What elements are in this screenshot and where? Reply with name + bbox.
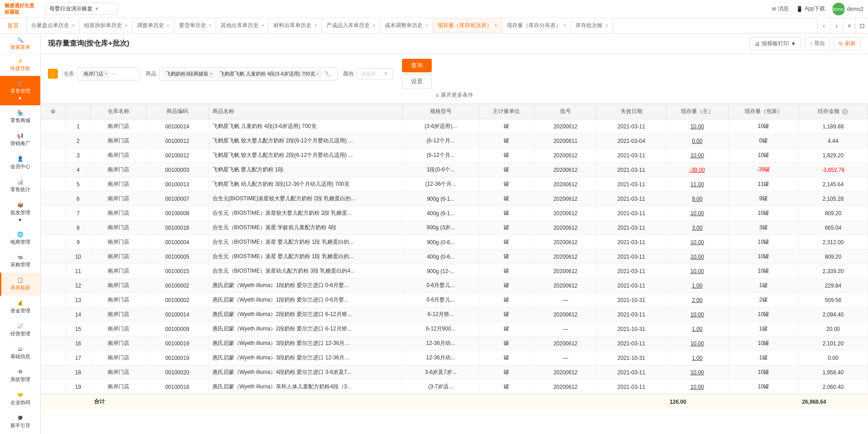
sidebar-item-system[interactable]: ⚙ 系统管理 [0, 364, 40, 387]
tab-close-disassembly[interactable]: × [125, 23, 127, 28]
row-setting[interactable] [41, 163, 66, 177]
sidebar-quick-nav[interactable]: ⚡ 快捷导航 [0, 55, 40, 76]
row-qty-main[interactable]: 10.00 [666, 264, 728, 278]
row-setting[interactable] [41, 264, 66, 278]
row-setting[interactable] [41, 148, 66, 163]
sidebar-item-finance[interactable]: 💰 资金管理 [0, 296, 40, 319]
row-setting[interactable] [41, 206, 66, 221]
app-download-button[interactable]: 📱 App下载 [796, 5, 825, 13]
row-qty-main[interactable]: 10.00 [666, 206, 728, 221]
filter-expand-button[interactable]: › [48, 69, 58, 79]
row-setting[interactable] [41, 134, 66, 148]
tab-close-inv-status[interactable]: × [495, 23, 497, 28]
row-setting[interactable] [41, 336, 66, 351]
tab-close-blend[interactable]: × [167, 23, 170, 28]
row-setting[interactable] [41, 235, 66, 250]
tab-split-inventory[interactable]: 分量盘点单历史 × [27, 18, 80, 33]
row-setting[interactable] [41, 380, 66, 394]
balance-info-icon[interactable]: i [842, 108, 848, 115]
tab-close-inv-dist[interactable]: × [564, 23, 566, 28]
row-setting[interactable] [41, 250, 66, 264]
user-profile[interactable]: demo2 demo2 [832, 3, 863, 15]
table-container[interactable]: ⚙ 仓库名称 商品编码 商品名称 规格型号 主计量单位 批号 失效日期 现存量（… [41, 104, 868, 434]
row-qty-main[interactable]: 10.00 [666, 336, 728, 351]
sidebar-item-inventory[interactable]: 📋 库存核算 [0, 273, 40, 296]
row-setting[interactable] [41, 192, 66, 206]
tab-requisition[interactable]: 要货单历史 × [175, 18, 217, 33]
sidebar-item-marketing[interactable]: 📢 营销推广 [0, 128, 40, 151]
tab-material-out[interactable]: 材料出库单历史 × [269, 18, 322, 33]
tab-inventory-dist[interactable]: 现存量（库存分布表） × [502, 18, 571, 33]
warehouse-more[interactable]: ··· [112, 71, 117, 77]
query-button[interactable]: 查询 [402, 59, 432, 72]
tab-disassembly[interactable]: 组装拆卸单历史 × [80, 18, 132, 33]
sidebar-item-retail-stats[interactable]: 📊 零售统计 [0, 175, 40, 198]
sidebar-search[interactable]: 🔍 搜索菜单 [0, 33, 40, 55]
product-tag-group[interactable]: 飞鹤奶粉3段两罐装 × 飞鹤星飞帆 儿童奶粉 4段(3-6岁适用) 700克 ×… [159, 67, 338, 80]
tab-product-in[interactable]: 产成品入库单历史 × [322, 18, 380, 33]
tab-prev-button[interactable]: ‹ [817, 18, 830, 33]
print-button[interactable]: 🖨 按模板打印 ▼ [750, 37, 801, 50]
tab-cost-adjust[interactable]: 成本调整单历史 × [380, 18, 433, 33]
expand-more-button[interactable]: ≡ 展开更多条件 [48, 91, 861, 99]
tab-close-req[interactable]: × [209, 23, 212, 28]
tab-close-batch[interactable]: × [605, 23, 608, 28]
col-header-setting[interactable]: ⚙ [41, 104, 66, 119]
row-qty-main[interactable]: 1.00 [666, 278, 728, 293]
tab-close-material[interactable]: × [314, 23, 317, 28]
row-qty-main[interactable]: 1.00 [666, 322, 728, 336]
sidebar-item-business[interactable]: 📈 经营管理 [0, 319, 40, 342]
tab-close-cost[interactable]: × [425, 23, 428, 28]
refresh-button[interactable]: ↻ 刷新 [834, 37, 861, 50]
export-button[interactable]: ↑ 导出 [805, 37, 830, 50]
row-qty-main[interactable]: -39.00 [666, 163, 728, 177]
row-qty-main[interactable]: 3.00 [666, 221, 728, 235]
row-qty-main[interactable]: 10.00 [666, 235, 728, 250]
sidebar-item-enterprise[interactable]: 🤝 企业协同 [0, 387, 40, 410]
sidebar-item-guide[interactable]: 🎓 新手引导 [0, 410, 40, 434]
sidebar-item-retail[interactable]: 🛒 零售管理 ▼ [0, 76, 40, 105]
tab-batch-account[interactable]: 库存批次账 × [571, 18, 613, 33]
row-setting[interactable] [41, 351, 66, 365]
row-qty-main[interactable]: 10.00 [666, 250, 728, 264]
row-qty-main[interactable]: 10.00 [666, 365, 728, 380]
tab-close-product[interactable]: × [373, 23, 375, 28]
row-qty-main[interactable]: 11.00 [666, 177, 728, 192]
row-qty-main[interactable]: 10.00 [666, 380, 728, 394]
row-qty-main[interactable]: 1.00 [666, 351, 728, 365]
color-select[interactable]: 请选择 ▼ [357, 68, 393, 80]
workspace-selector[interactable]: 母婴行业演示账套 ▼ [45, 3, 118, 15]
settings-button[interactable]: 设置 [402, 74, 432, 89]
tab-inventory-status[interactable]: 现存量（库存状况表） × [433, 18, 502, 33]
tab-close-other[interactable]: × [261, 23, 264, 28]
messages-button[interactable]: ✉ 消息 [772, 5, 789, 13]
sidebar-item-retail-shop[interactable]: 🏪 零售商城 [0, 105, 40, 128]
row-qty-main[interactable]: 10.00 [666, 119, 728, 134]
row-setting[interactable] [41, 365, 66, 380]
row-qty-main[interactable]: 0.00 [666, 134, 728, 148]
warehouse-tag-close[interactable]: × [105, 71, 108, 76]
product-more[interactable]: 飞... [324, 70, 334, 78]
row-setting[interactable] [41, 293, 66, 307]
tab-next-button[interactable]: › [830, 18, 843, 33]
row-qty-main[interactable]: 10.00 [666, 307, 728, 322]
row-setting[interactable] [41, 322, 66, 336]
tab-blend[interactable]: 调拨单历史 × [132, 18, 175, 33]
tab-close-button[interactable]: × [843, 18, 855, 33]
row-qty-main[interactable]: 9.00 [666, 192, 728, 206]
row-setting[interactable] [41, 307, 66, 322]
tab-maximize-button[interactable]: ⊡ [855, 18, 868, 33]
row-qty-main[interactable]: 10.00 [666, 148, 728, 163]
row-setting[interactable] [41, 221, 66, 235]
warehouse-tag-group[interactable]: 南岸门店 × ··· [77, 67, 140, 80]
sidebar-item-member[interactable]: 👤 会员中心 [0, 151, 40, 175]
row-setting[interactable] [41, 278, 66, 293]
tab-other-out[interactable]: 其他出库单历史 × [216, 18, 269, 33]
tab-close-split[interactable]: × [72, 23, 75, 28]
product-tag-1-close[interactable]: × [210, 71, 212, 76]
sidebar-item-ecommerce[interactable]: 🌐 电商管理 [0, 227, 40, 250]
sidebar-item-purchase[interactable]: 🛍 采购管理 [0, 250, 40, 273]
row-setting[interactable] [41, 177, 66, 192]
row-setting[interactable] [41, 119, 66, 134]
row-qty-main[interactable]: 2.00 [666, 293, 728, 307]
